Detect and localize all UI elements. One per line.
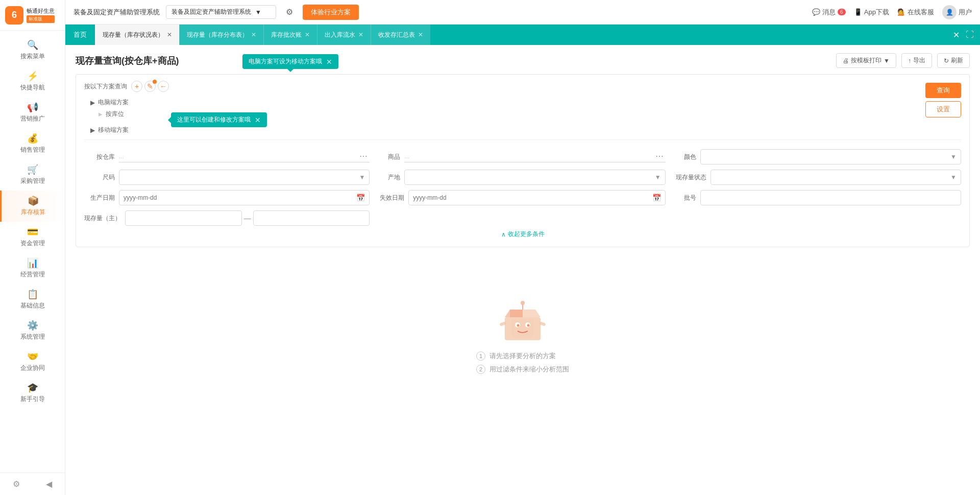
- sidebar-item-quicknav[interactable]: ⚡ 快捷导航: [0, 66, 65, 97]
- mobile-scheme-arrow-icon: ▶: [90, 127, 95, 134]
- sidebar-item-inventory[interactable]: 📦 库存核算: [0, 191, 65, 222]
- tab-bar: 首页 现存量（库存状况表） ✕ 现存量（库存分布表） ✕ 库存批次账 ✕ 出入库…: [65, 25, 980, 45]
- logo-text: 畅通好生意: [27, 7, 55, 15]
- collapse-sidebar-icon[interactable]: ◀: [46, 479, 52, 489]
- color-select[interactable]: ▼: [700, 149, 961, 164]
- search-nav-icon: 🔍: [28, 40, 38, 50]
- sidebar-item-search[interactable]: 🔍 搜索菜单: [0, 35, 65, 66]
- tab-inventory-dist[interactable]: 现存量（库存分布表） ✕: [179, 25, 263, 45]
- origin-select[interactable]: ▼: [404, 170, 665, 185]
- warehouse-more-icon[interactable]: ⋯: [357, 151, 370, 161]
- system-selector[interactable]: 装备及固定资产辅助管理系统 ▼: [166, 5, 276, 19]
- tooltip1-close-icon[interactable]: ✕: [326, 58, 332, 66]
- sidebar-item-purchase[interactable]: 🛒 采购管理: [0, 159, 65, 191]
- refresh-button[interactable]: ↻ 刷新: [937, 53, 970, 68]
- mobile-scheme-item[interactable]: ▶ 移动端方案: [90, 126, 129, 134]
- header-settings-icon[interactable]: ⚙: [282, 5, 297, 19]
- size-select[interactable]: ▼: [119, 170, 370, 185]
- tab-inventory-dist-close-icon[interactable]: ✕: [251, 32, 256, 38]
- selector-arrow-icon: ▼: [255, 9, 261, 16]
- collapse-chevron-icon: ∧: [501, 231, 506, 238]
- stock-qty-range: —: [125, 210, 370, 226]
- sidebar-item-search-label: 搜索菜单: [20, 52, 45, 61]
- produce-date-calendar-icon[interactable]: 📅: [352, 194, 369, 202]
- svg-point-7: [521, 301, 525, 305]
- phone-icon: 📱: [854, 8, 862, 16]
- tooltip2-close-icon[interactable]: ✕: [255, 116, 261, 124]
- tab-summary-close-icon[interactable]: ✕: [418, 32, 423, 38]
- back-scheme-button[interactable]: ←: [158, 81, 169, 92]
- goods-more-icon[interactable]: ⋯: [653, 151, 666, 161]
- desktop-scheme-item[interactable]: ▶ 电脑端方案: [90, 98, 129, 107]
- sidebar-item-collab[interactable]: 🤝 企业协同: [0, 346, 65, 378]
- export-button[interactable]: ↑ 导出: [901, 53, 932, 68]
- purchase-icon: 🛒: [28, 164, 38, 175]
- tab-fullscreen-icon[interactable]: ⛶: [964, 28, 976, 41]
- tab-inout-flow[interactable]: 出入库流水 ✕: [317, 25, 371, 45]
- sidebar-item-management[interactable]: 📊 经营管理: [0, 253, 65, 284]
- system-title: 装备及固定资产辅助管理系统: [74, 8, 160, 17]
- edit-scheme-button[interactable]: ✎: [144, 81, 156, 92]
- management-icon: 📊: [28, 258, 38, 268]
- origin-label: 产地: [380, 173, 400, 182]
- field-group-size: 尺码 ▼: [84, 170, 370, 185]
- sidebar-item-finance[interactable]: 💳 资金管理: [0, 222, 65, 253]
- tab-batch-account[interactable]: 库存批次账 ✕: [263, 25, 317, 45]
- template-print-button[interactable]: 🖨 按模板打印 ▼: [836, 53, 896, 68]
- sidebar-item-marketing-label: 营销推广: [20, 114, 45, 123]
- page-title: 现存量查询(按仓库+商品): [76, 55, 179, 67]
- produce-date-label: 生产日期: [84, 194, 115, 202]
- stock-qty-min-input[interactable]: [125, 210, 242, 226]
- add-scheme-button[interactable]: +: [131, 81, 142, 92]
- field-group-expire-date: 失效日期 📅: [380, 190, 665, 205]
- user-button[interactable]: 👤 用户: [942, 5, 972, 19]
- tab-inventory-status-label: 现存量（库存状况表）: [103, 31, 164, 39]
- industry-plan-button[interactable]: 体验行业方案: [303, 5, 359, 20]
- expire-date-input[interactable]: [409, 194, 648, 201]
- template-print-label: 按模板打印: [851, 56, 881, 65]
- tip-num-1: 1: [476, 351, 485, 361]
- scheme-dot-indicator: [153, 80, 157, 84]
- scheme-label: 按以下方案查询: [84, 82, 127, 91]
- sub-item-warehouse[interactable]: ▶ 按库位: [99, 110, 129, 119]
- sidebar-item-system[interactable]: ⚙️ 系统管理: [0, 315, 65, 346]
- tab-inout-flow-label: 出入库流水: [325, 31, 355, 39]
- tab-home[interactable]: 首页: [65, 25, 95, 45]
- produce-date-input[interactable]: [119, 194, 352, 201]
- tip-2-text: 用过滤条件来缩小分析范围: [489, 365, 569, 374]
- message-badge: 6: [838, 9, 846, 15]
- logo-badge: 标准版: [27, 15, 55, 23]
- tab-summary-label: 收发存汇总表: [378, 31, 415, 39]
- tab-inventory-status[interactable]: 现存量（库存状况表） ✕: [95, 25, 179, 45]
- tooltip-create-scheme: 这里可以创建和修改方案哦 ✕: [171, 112, 267, 127]
- sidebar-item-guide-label: 新手引导: [20, 395, 45, 404]
- messages-button[interactable]: 💬 消息 6: [812, 8, 846, 17]
- online-service-button[interactable]: 💁 在线客服: [897, 8, 934, 17]
- sidebar-item-sales[interactable]: 💰 销售管理: [0, 128, 65, 159]
- tab-inout-flow-close-icon[interactable]: ✕: [358, 32, 363, 38]
- service-icon: 💁: [897, 8, 905, 16]
- settings-bottom-icon[interactable]: ⚙: [13, 479, 20, 489]
- expire-date-calendar-icon[interactable]: 📅: [648, 194, 665, 202]
- app-download-button[interactable]: 📱 App下载: [854, 8, 889, 17]
- tab-close-all-icon[interactable]: ✕: [951, 28, 962, 42]
- sidebar-item-marketing[interactable]: 📢 营销推广: [0, 97, 65, 128]
- sidebar-item-purchase-label: 采购管理: [20, 177, 45, 185]
- field-group-color: 颜色 ▼: [676, 149, 961, 164]
- finance-icon: 💳: [28, 227, 38, 237]
- tab-summary[interactable]: 收发存汇总表 ✕: [371, 25, 430, 45]
- stock-qty-max-input[interactable]: [253, 210, 370, 226]
- collapse-button[interactable]: ∧ 收起更多条件: [501, 230, 545, 239]
- stock-state-select[interactable]: ▼: [710, 170, 961, 185]
- message-icon: 💬: [812, 8, 820, 16]
- empty-tips: 1 请先选择要分析的方案 2 用过滤条件来缩小分析范围: [476, 351, 569, 374]
- tab-inventory-status-close-icon[interactable]: ✕: [167, 32, 172, 38]
- goods-input-wrapper: ... ⋯: [404, 151, 665, 162]
- tab-inventory-dist-label: 现存量（库存分布表）: [187, 31, 248, 39]
- tab-batch-account-close-icon[interactable]: ✕: [305, 32, 310, 38]
- sidebar-item-basic[interactable]: 📋 基础信息: [0, 284, 65, 315]
- batch-input[interactable]: [700, 190, 961, 205]
- guide-icon: 🎓: [28, 383, 38, 393]
- empty-svg: [492, 294, 553, 345]
- sidebar-item-guide[interactable]: 🎓 新手引导: [0, 378, 65, 409]
